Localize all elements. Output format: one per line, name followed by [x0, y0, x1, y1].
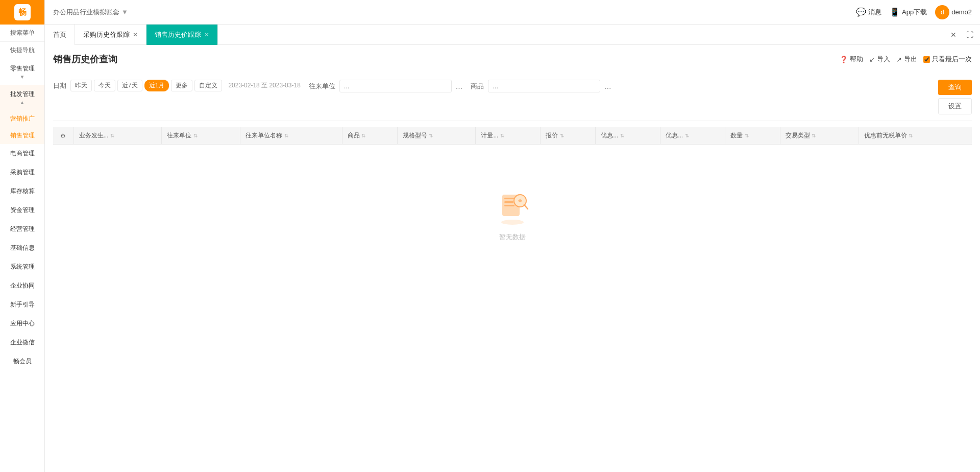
filter-bar: 日期 昨天 今天 近7天 近1月 更多 自定义 2023-02-18 至 202…	[53, 74, 972, 121]
th-discount2[interactable]: 优惠... ⇅	[660, 127, 725, 145]
th-quantity[interactable]: 数量 ⇅	[725, 127, 780, 145]
close-purchase-tab[interactable]: ✕	[133, 31, 138, 38]
product-label: 商品	[471, 82, 484, 91]
logo-icon: 畅	[14, 4, 31, 20]
th-product[interactable]: 商品 ⇅	[342, 127, 397, 145]
date-btn-7days[interactable]: 近7天	[117, 80, 142, 91]
settings-button[interactable]: 设置	[938, 98, 972, 114]
download-action[interactable]: 📱 App下载	[890, 7, 927, 17]
page-header: 销售历史价查询 ❓ 帮助 ↙ 导入 ↗ 导出	[53, 53, 972, 65]
message-action[interactable]: 💬 消息	[856, 7, 881, 17]
date-range-display: 2023-02-18 至 2023-03-18	[228, 81, 300, 90]
sidebar-item-finance[interactable]: 资金管理	[0, 201, 44, 220]
th-date[interactable]: 业务发生... ⇅	[74, 127, 162, 145]
sidebar-item-guide[interactable]: 新手引导	[0, 295, 44, 314]
sort-arrows-partner-name: ⇅	[284, 133, 288, 138]
sidebar-item-member[interactable]: 畅会员	[0, 352, 44, 371]
product-dots[interactable]: ...	[604, 82, 611, 91]
close-all-tabs[interactable]: ✕	[947, 29, 960, 41]
sidebar-item-enterprise[interactable]: 企业协同	[0, 276, 44, 295]
empty-icon	[492, 185, 533, 226]
search-button[interactable]: 查询	[938, 80, 972, 95]
sidebar-item-marketing[interactable]: 营销推广	[0, 110, 44, 127]
import-icon: ↙	[869, 56, 875, 63]
sort-arrows-spec: ⇅	[429, 133, 433, 138]
svg-rect-4	[504, 205, 514, 206]
only-last-label: 只看最后一次	[932, 55, 972, 64]
sidebar-item-operations[interactable]: 经营管理	[0, 220, 44, 239]
date-btn-yesterday[interactable]: 昨天	[70, 80, 92, 91]
sort-arrows-price: ⇅	[560, 133, 564, 138]
message-icon: 💬	[856, 7, 866, 17]
empty-svg	[492, 185, 533, 226]
page-title: 销售历史价查询	[53, 53, 117, 65]
date-btn-custom[interactable]: 自定义	[194, 80, 222, 91]
logo: 畅	[0, 0, 44, 25]
export-icon: ↗	[896, 56, 902, 63]
sidebar-item-basic[interactable]: 基础信息	[0, 239, 44, 257]
product-input[interactable]	[488, 80, 600, 92]
filter-actions: 查询 设置	[938, 80, 972, 114]
page-header-actions: ❓ 帮助 ↙ 导入 ↗ 导出 只看最后一次	[840, 55, 972, 64]
sidebar-item-ecommerce[interactable]: 电商管理	[0, 144, 44, 163]
th-settings[interactable]: ⚙	[53, 127, 74, 145]
topbar-actions: 💬 消息 📱 App下载 d demo2	[856, 5, 972, 19]
help-icon: ❓	[840, 56, 848, 63]
tab-controls: ✕ ⛶	[943, 29, 980, 41]
sidebar-item-inventory[interactable]: 库存核算	[0, 182, 44, 201]
date-btn-today[interactable]: 今天	[94, 80, 115, 91]
th-trade-type[interactable]: 交易类型 ⇅	[780, 127, 859, 145]
tab-purchase[interactable]: 采购历史价跟踪 ✕	[75, 25, 146, 45]
import-action[interactable]: ↙ 导入	[869, 55, 890, 64]
th-partner-name[interactable]: 往来单位名称 ⇅	[240, 127, 342, 145]
sidebar-item-retail[interactable]: 零售管理 ▼	[0, 59, 44, 85]
empty-text: 暂无数据	[499, 232, 526, 242]
main-area: 办公用品行业模拟账套 ▼ 💬 消息 📱 App下载 d demo2 首页	[45, 0, 980, 472]
product-filter-group: 商品 ...	[471, 80, 611, 92]
sidebar-item-search[interactable]: 搜索菜单	[0, 25, 44, 42]
sidebar-item-wholesale[interactable]: 批发管理 ▲	[0, 85, 44, 110]
tab-sales[interactable]: 销售历史价跟踪 ✕	[146, 25, 218, 45]
partner-label: 往来单位	[309, 82, 335, 91]
sort-arrows-discount1: ⇅	[620, 133, 624, 138]
help-action[interactable]: ❓ 帮助	[840, 55, 863, 64]
sort-arrows-date: ⇅	[110, 133, 114, 138]
tabs-bar: 首页 采购历史价跟踪 ✕ 销售历史价跟踪 ✕ ✕ ⛶	[45, 25, 980, 45]
user-action[interactable]: d demo2	[935, 5, 972, 19]
date-btn-more[interactable]: 更多	[171, 80, 192, 91]
sidebar-item-sales-mgmt[interactable]: 销售管理	[0, 127, 44, 144]
sidebar-item-purchase[interactable]: 采购管理	[0, 163, 44, 182]
only-last-checkbox-wrapper[interactable]: 只看最后一次	[923, 55, 972, 64]
svg-point-0	[501, 220, 524, 225]
date-btn-1month[interactable]: 近1月	[144, 80, 169, 91]
partner-dots[interactable]: ...	[456, 82, 462, 91]
topbar: 办公用品行业模拟账套 ▼ 💬 消息 📱 App下载 d demo2	[45, 0, 980, 25]
maximize-btn[interactable]: ⛶	[964, 29, 976, 41]
page-content: 销售历史价查询 ❓ 帮助 ↙ 导入 ↗ 导出	[45, 45, 980, 472]
th-partner-code[interactable]: 往来单位 ⇅	[162, 127, 240, 145]
sidebar-item-quicknav[interactable]: 快捷导航	[0, 42, 44, 59]
table-header-row: ⚙ 业务发生... ⇅ 往来单位 ⇅ 往来单位名称	[53, 127, 972, 145]
th-spec[interactable]: 规格型号 ⇅	[397, 127, 476, 145]
partner-filter-group: 往来单位 ...	[309, 80, 462, 92]
th-price[interactable]: 报价 ⇅	[541, 127, 596, 145]
sort-arrows-unit: ⇅	[500, 133, 504, 138]
th-unit[interactable]: 计量... ⇅	[476, 127, 541, 145]
sidebar-item-appstore[interactable]: 应用中心	[0, 314, 44, 333]
date-shortcuts: 昨天 今天 近7天 近1月 更多 自定义	[70, 80, 222, 91]
partner-input[interactable]	[339, 80, 452, 92]
table-container: ⚙ 业务发生... ⇅ 往来单位 ⇅ 往来单位名称	[53, 127, 972, 282]
sidebar-item-system[interactable]: 系统管理	[0, 257, 44, 276]
sidebar-item-wxwork[interactable]: 企业微信	[0, 333, 44, 352]
only-last-checkbox[interactable]	[923, 56, 930, 63]
sort-arrows-quantity: ⇅	[745, 133, 749, 138]
dropdown-icon[interactable]: ▼	[121, 8, 128, 16]
data-table: ⚙ 业务发生... ⇅ 往来单位 ⇅ 往来单位名称	[53, 127, 972, 145]
th-discount1[interactable]: 优惠... ⇅	[596, 127, 660, 145]
tab-home[interactable]: 首页	[45, 25, 75, 45]
th-no-tax-price[interactable]: 优惠前无税单价 ⇅	[859, 127, 972, 145]
page-inner: 销售历史价查询 ❓ 帮助 ↙ 导入 ↗ 导出	[45, 45, 980, 472]
topbar-title: 办公用品行业模拟账套 ▼	[53, 8, 848, 17]
close-sales-tab[interactable]: ✕	[204, 31, 209, 38]
export-action[interactable]: ↗ 导出	[896, 55, 917, 64]
